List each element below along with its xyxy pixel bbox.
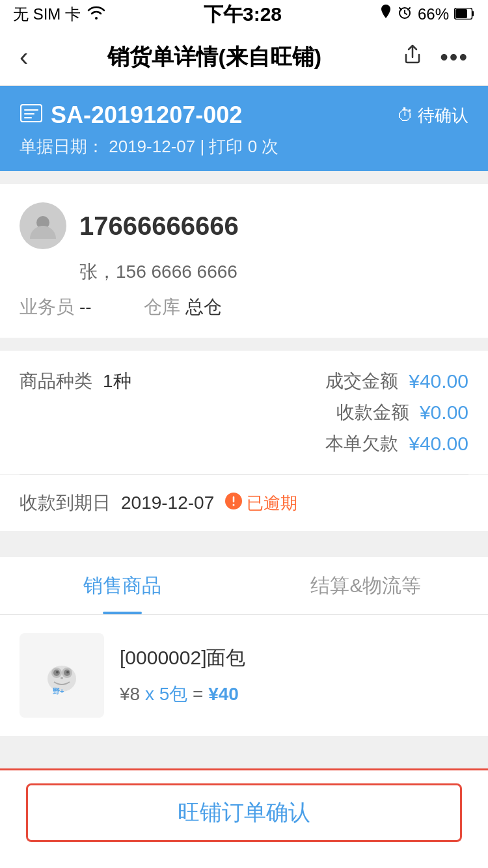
svg-point-13 xyxy=(66,671,69,673)
sales-info: 业务员 -- xyxy=(20,295,92,319)
status-bar-time: 下午3:28 xyxy=(204,1,282,28)
customer-name: 张，156 6666 6666 xyxy=(79,260,468,284)
received-value: ¥0.00 xyxy=(420,401,468,424)
location-icon xyxy=(380,5,392,24)
product-total: ¥40 xyxy=(208,684,239,704)
svg-point-14 xyxy=(61,677,63,679)
warehouse-label: 仓库 xyxy=(144,295,180,319)
product-item: 野+ [0000002]面包 ¥8 x 5包 = ¥40 xyxy=(0,615,488,736)
stats-left: 商品种类 1种 xyxy=(20,369,131,394)
alarm-icon xyxy=(397,5,413,24)
received-item: 收款金额 ¥0.00 xyxy=(336,400,468,425)
svg-rect-2 xyxy=(455,9,467,18)
overdue-badge: 已逾期 xyxy=(224,492,297,515)
due-row: 收款到期日 2019-12-07 已逾期 xyxy=(20,491,468,515)
back-button[interactable]: ‹ xyxy=(20,42,28,72)
stats-right: 成交金额 ¥40.00 收款金额 ¥0.00 本单欠款 ¥40.00 xyxy=(325,369,468,456)
battery-icon xyxy=(454,5,475,23)
received-label: 收款金额 xyxy=(336,400,409,425)
order-banner: SA-20191207-002 ⏱ 待确认 单据日期： 2019-12-07 |… xyxy=(0,86,488,171)
product-unit-price: ¥8 xyxy=(120,684,140,704)
nav-bar: ‹ 销货单详情(来自旺铺) ••• xyxy=(0,29,488,86)
customer-phone: 17666666666 xyxy=(79,211,239,241)
product-name: [0000002]面包 xyxy=(120,645,468,671)
order-id: SA-20191207-002 xyxy=(20,102,242,129)
tabs-container: 销售商品 结算&物流等 xyxy=(0,557,488,615)
divider-1 xyxy=(0,338,488,351)
customer-meta: 业务员 -- 仓库 总仓 xyxy=(20,295,468,319)
confirm-btn-container: 旺铺订单确认 xyxy=(0,768,488,868)
order-id-icon xyxy=(20,102,43,129)
product-section: 野+ [0000002]面包 ¥8 x 5包 = ¥40 xyxy=(0,615,488,736)
product-price: ¥8 x 5包 = ¥40 xyxy=(120,682,468,707)
product-qty-value: 5包 xyxy=(159,684,188,704)
tab-products[interactable]: 销售商品 xyxy=(0,557,244,614)
overdue-text: 已逾期 xyxy=(247,492,297,515)
stats-row: 商品种类 1种 成交金额 ¥40.00 收款金额 ¥0.00 本单欠款 ¥40.… xyxy=(20,369,468,456)
sales-label: 业务员 xyxy=(20,295,74,319)
transaction-value: ¥40.00 xyxy=(409,370,468,392)
product-qty: x xyxy=(145,684,159,704)
status-clock-icon: ⏱ xyxy=(397,105,414,126)
svg-point-12 xyxy=(56,671,59,673)
divider-2 xyxy=(0,531,488,544)
customer-top: 17666666666 xyxy=(20,202,468,249)
due-label: 收款到期日 xyxy=(20,491,111,515)
page-title: 销货单详情(来自旺铺) xyxy=(107,42,321,72)
customer-section: 17666666666 张，156 6666 6666 业务员 -- 仓库 总仓 xyxy=(0,184,488,338)
owed-label: 本单欠款 xyxy=(325,431,398,456)
transaction-item: 成交金额 ¥40.00 xyxy=(325,369,468,394)
share-icon[interactable] xyxy=(401,43,424,72)
product-equals: = xyxy=(193,684,208,704)
wifi-icon xyxy=(87,5,105,23)
product-info: [0000002]面包 ¥8 x 5包 = ¥40 xyxy=(120,645,468,707)
nav-icons: ••• xyxy=(401,43,468,72)
tab-products-label: 销售商品 xyxy=(83,573,161,599)
stats-section: 商品种类 1种 成交金额 ¥40.00 收款金额 ¥0.00 本单欠款 ¥40.… xyxy=(0,351,488,474)
confirm-button-label: 旺铺订单确认 xyxy=(178,798,310,828)
product-thumbnail: 野+ xyxy=(20,633,104,718)
svg-text:野+: 野+ xyxy=(53,687,64,695)
due-section: 收款到期日 2019-12-07 已逾期 xyxy=(0,475,488,531)
more-button[interactable]: ••• xyxy=(440,44,468,71)
product-type-label: 商品种类 xyxy=(20,369,92,394)
product-type-value: 1种 xyxy=(103,369,131,394)
confirm-button[interactable]: 旺铺订单确认 xyxy=(26,783,462,842)
owed-item: 本单欠款 ¥40.00 xyxy=(325,431,468,456)
battery-text: 66% xyxy=(418,5,449,23)
avatar xyxy=(20,202,66,249)
owed-value: ¥40.00 xyxy=(409,433,468,455)
status-bar-left: 无 SIM 卡 xyxy=(13,4,105,25)
svg-point-6 xyxy=(233,504,235,506)
tab-settlement[interactable]: 结算&物流等 xyxy=(244,557,488,614)
warehouse-value: 总仓 xyxy=(185,295,222,319)
overdue-icon xyxy=(224,492,243,515)
tab-active-indicator xyxy=(103,612,142,614)
warehouse-info: 仓库 总仓 xyxy=(144,295,222,319)
no-sim-text: 无 SIM 卡 xyxy=(13,4,81,25)
sales-value: -- xyxy=(79,297,92,318)
status-bar-right: 66% xyxy=(380,5,475,24)
transaction-label: 成交金额 xyxy=(325,369,398,394)
status-bar: 无 SIM 卡 下午3:28 66% xyxy=(0,0,488,29)
order-banner-top: SA-20191207-002 ⏱ 待确认 xyxy=(20,102,468,129)
order-status: ⏱ 待确认 xyxy=(397,104,468,127)
order-date: 单据日期： 2019-12-07 | 打印 0 次 xyxy=(20,135,468,158)
tab-settlement-label: 结算&物流等 xyxy=(310,573,421,599)
due-date-value: 2019-12-07 xyxy=(121,493,214,513)
